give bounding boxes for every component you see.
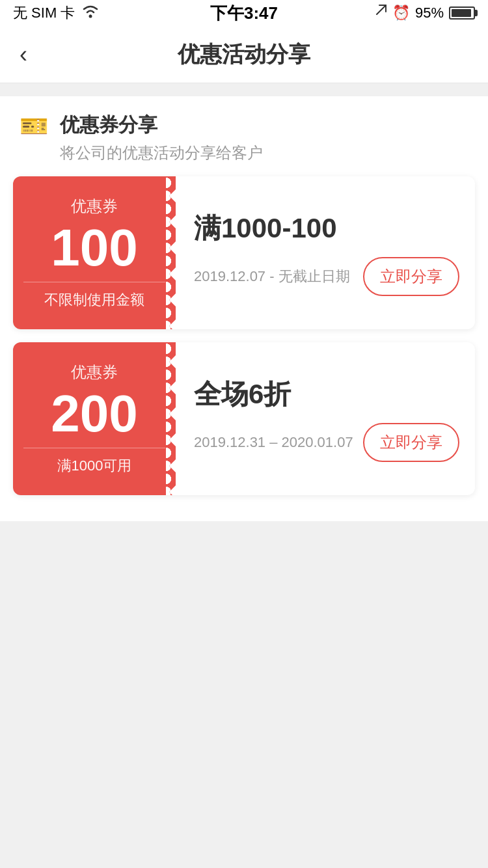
- share-button-2[interactable]: 立即分享: [363, 423, 459, 462]
- coupon-title-2: 全场6折: [194, 376, 459, 413]
- status-bar: 无 SIM 卡 下午3:47 ⏰ 95%: [0, 0, 488, 26]
- battery-icon: [449, 7, 475, 20]
- coupon-right-2: 全场6折 2019.12.31 – 2020.01.07 立即分享: [176, 342, 475, 495]
- coupon-label-1: 优惠券: [71, 196, 118, 217]
- alarm-icon: ⏰: [392, 5, 410, 21]
- coupon-left-2: 优惠券 200 满1000可用: [13, 342, 176, 495]
- status-time: 下午3:47: [210, 2, 278, 25]
- wifi-icon: [81, 4, 100, 22]
- coupon-left-1: 优惠券 100 不限制使用金额: [13, 176, 176, 329]
- coupon-card: 优惠券 100 不限制使用金额 满1000-100 2019.12.07 - 无…: [13, 176, 475, 329]
- section-icon: 🎫: [20, 112, 48, 141]
- carrier-label: 无 SIM 卡: [13, 3, 75, 23]
- coupon-amount-2: 200: [51, 388, 137, 440]
- coupon-divider-2: [23, 448, 165, 448]
- back-button[interactable]: ‹: [20, 41, 27, 68]
- coupon-card-2: 优惠券 200 满1000可用 全场6折 2019.12.31 – 2020.0…: [13, 342, 475, 495]
- nav-bar: ‹ 优惠活动分享: [0, 26, 488, 83]
- section-header: 🎫 优惠券分享 将公司的优惠活动分享给客户: [0, 96, 488, 176]
- share-button-1[interactable]: 立即分享: [363, 257, 459, 296]
- section-subtitle: 将公司的优惠活动分享给客户: [60, 142, 263, 163]
- coupon-label-2: 优惠券: [71, 362, 118, 383]
- page-title: 优惠活动分享: [178, 40, 310, 70]
- location-icon: [375, 4, 387, 22]
- coupon-amount-1: 100: [51, 222, 137, 274]
- section-title: 优惠券分享: [60, 112, 263, 139]
- coupon-divider-1: [23, 282, 165, 282]
- coupon-condition-2: 满1000可用: [57, 456, 132, 476]
- status-left: 无 SIM 卡: [13, 3, 100, 23]
- coupon-condition-1: 不限制使用金额: [44, 290, 144, 310]
- coupon-list: 优惠券 100 不限制使用金额 满1000-100 2019.12.07 - 无…: [0, 176, 488, 521]
- section-gap: [0, 83, 488, 96]
- coupon-bottom-row-1: 2019.12.07 - 无截止日期 立即分享: [194, 257, 459, 296]
- coupon-date-2: 2019.12.31 – 2020.01.07: [194, 434, 357, 451]
- status-right: ⏰ 95%: [375, 4, 475, 22]
- coupon-date-1: 2019.12.07 - 无截止日期: [194, 267, 357, 286]
- empty-area: [0, 521, 488, 868]
- svg-point-0: [89, 15, 92, 18]
- coupon-title-1: 满1000-100: [194, 210, 459, 247]
- battery-fill: [452, 9, 471, 17]
- coupon-right-1: 满1000-100 2019.12.07 - 无截止日期 立即分享: [176, 176, 475, 329]
- coupon-bottom-row-2: 2019.12.31 – 2020.01.07 立即分享: [194, 423, 459, 462]
- section-header-text: 优惠券分享 将公司的优惠活动分享给客户: [60, 112, 263, 163]
- battery-percent: 95%: [415, 5, 444, 21]
